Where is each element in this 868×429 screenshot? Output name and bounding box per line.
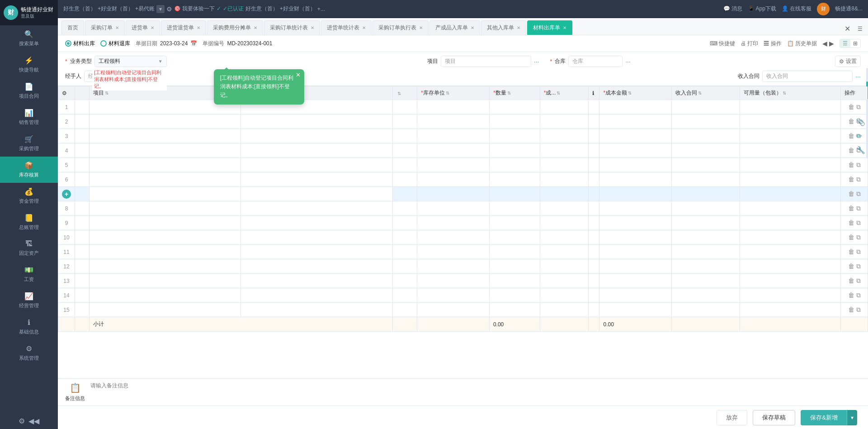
- tab-close-inbound[interactable]: ✕: [151, 25, 154, 30]
- tab-other-inbound[interactable]: 其他入库单✕: [481, 20, 526, 35]
- delete-icon[interactable]: 🗑: [848, 291, 854, 299]
- row7-project-input[interactable]: [93, 191, 237, 197]
- radio-material-outbound[interactable]: 材料出库: [65, 40, 95, 48]
- tab-inbound-return[interactable]: 进货退货单✕: [161, 20, 206, 35]
- topbar-link-haoshengyi[interactable]: 好生意（首）: [63, 5, 96, 13]
- topbar-message[interactable]: 💬 消息: [723, 5, 742, 13]
- copy-icon[interactable]: ⧉: [856, 234, 861, 241]
- topbar-link-more2[interactable]: +...: [317, 6, 325, 12]
- tab-close-purchase-exec[interactable]: ✕: [419, 25, 423, 30]
- history-btn[interactable]: 📋 历史单据: [787, 40, 817, 48]
- settings-button[interactable]: ⚙ 设置: [835, 56, 861, 67]
- sidebar-item-inventory[interactable]: 📦 库存核算: [0, 157, 58, 183]
- row7-material-input[interactable]: [245, 191, 388, 197]
- copy-icon[interactable]: ⧉: [856, 161, 861, 168]
- right-icon-2[interactable]: ✏: [856, 132, 865, 140]
- delete-icon[interactable]: 🗑: [848, 161, 854, 168]
- sidebar-item-basic[interactable]: ℹ 基础信息: [0, 314, 58, 340]
- tab-close-purchase-stat[interactable]: ✕: [311, 25, 314, 30]
- view-list[interactable]: ☰: [840, 39, 850, 48]
- tab-purchase-order[interactable]: 采购订单✕: [85, 20, 125, 35]
- notes-input[interactable]: [90, 382, 861, 389]
- date-value[interactable]: 2023-03-24: [160, 40, 188, 47]
- tab-close-purchase-order[interactable]: ✕: [115, 25, 119, 30]
- calendar-icon[interactable]: 📅: [190, 40, 197, 47]
- copy-icon[interactable]: ⧉: [856, 248, 861, 255]
- tab-inbound-stat[interactable]: 进货单统计表✕: [321, 20, 372, 35]
- sidebar-item-search[interactable]: 🔍 搜索菜单: [0, 25, 58, 52]
- sidebar-item-quick[interactable]: ⚡ 快捷导航: [0, 52, 58, 78]
- delete-icon[interactable]: 🗑: [848, 205, 854, 212]
- copy-icon[interactable]: ⧉: [856, 291, 861, 299]
- sidebar-item-sales[interactable]: 📊 销售管理: [0, 104, 58, 130]
- view-grid[interactable]: ⊞: [850, 39, 860, 48]
- topbar-settings-icon[interactable]: ⚙: [166, 5, 172, 13]
- copy-icon[interactable]: ⧉: [856, 262, 861, 270]
- delete-icon[interactable]: 🗑: [848, 306, 854, 313]
- discard-button[interactable]: 放弃: [717, 410, 747, 425]
- topbar-link-hyc2[interactable]: +好业财（首）: [280, 5, 316, 13]
- sidebar-item-ledger[interactable]: 📒 总账管理: [0, 209, 58, 235]
- copy-icon[interactable]: ⧉: [856, 306, 861, 313]
- topbar-link-yidaizhang[interactable]: +易代账: [135, 5, 155, 13]
- sidebar-item-management[interactable]: 📈 经营管理: [0, 287, 58, 314]
- delete-icon[interactable]: 🗑: [848, 277, 854, 284]
- income-contract-dots[interactable]: ···: [855, 73, 861, 80]
- copy-icon[interactable]: ⧉: [856, 190, 861, 197]
- delete-icon[interactable]: 🗑: [848, 176, 854, 183]
- print-btn[interactable]: 🖨 打印: [741, 40, 758, 48]
- col-header-settings[interactable]: ⚙: [58, 86, 75, 100]
- delete-icon[interactable]: 🗑: [848, 262, 854, 270]
- nav-next[interactable]: ▶: [829, 40, 834, 47]
- tab-material-outbound[interactable]: 材料出库单 ✕: [527, 20, 572, 35]
- add-row-btn[interactable]: +: [62, 190, 71, 199]
- tab-menu[interactable]: ☰: [856, 24, 864, 34]
- tab-purchase-exec[interactable]: 采购订单执行表✕: [373, 20, 429, 35]
- nav-prev[interactable]: ◀: [822, 40, 827, 47]
- warehouse-input[interactable]: 仓库: [568, 56, 623, 67]
- tab-close-all[interactable]: ✕: [843, 23, 852, 35]
- topbar-online-support[interactable]: 👤 在线客服: [782, 5, 811, 13]
- tab-inbound[interactable]: 进货单✕: [126, 20, 160, 35]
- copy-icon[interactable]: ⧉: [856, 205, 861, 212]
- business-type-input[interactable]: 工程领料 ▼: [94, 56, 167, 67]
- topbar-trial[interactable]: 🎯 我要体验一下: [174, 5, 215, 13]
- delete-icon[interactable]: 🗑: [848, 118, 854, 125]
- tab-close-product-inbound[interactable]: ✕: [471, 25, 474, 30]
- tab-close-other-inbound[interactable]: ✕: [517, 25, 520, 30]
- sidebar-item-purchase[interactable]: 🛒 采购管理: [0, 130, 58, 157]
- sidebar-item-project[interactable]: 📄 项目合同: [0, 78, 58, 104]
- delete-icon[interactable]: 🗑: [848, 103, 854, 110]
- topbar-link-more[interactable]: ▾: [156, 5, 165, 13]
- tooltip-close-btn[interactable]: ✕: [296, 72, 301, 78]
- tab-home[interactable]: 首页: [61, 20, 84, 35]
- user-avatar[interactable]: 财: [817, 3, 830, 15]
- delete-icon[interactable]: 🗑: [848, 147, 854, 154]
- delete-icon[interactable]: 🗑: [848, 219, 854, 226]
- project-dots[interactable]: ···: [534, 58, 539, 65]
- right-icon-3[interactable]: 🔧: [856, 146, 865, 154]
- collapse-icon[interactable]: ◀◀: [28, 417, 39, 425]
- tab-close-material-outbound[interactable]: ✕: [563, 25, 566, 30]
- settings-icon[interactable]: ⚙: [19, 417, 25, 425]
- save-new-button[interactable]: 保存&新增: [801, 410, 847, 425]
- topbar-app-download[interactable]: 📱 App下载: [748, 5, 776, 13]
- tab-product-inbound[interactable]: 产成品入库单✕: [429, 20, 480, 35]
- topbar-link-haoyecai[interactable]: +好业财（首）: [98, 5, 133, 13]
- sidebar-item-system[interactable]: ⚙ 系统管理: [0, 340, 58, 366]
- sidebar-item-salary[interactable]: 💵 工资: [0, 261, 58, 287]
- radio-material-return[interactable]: 材料退库: [100, 40, 130, 48]
- delete-icon[interactable]: 🗑: [848, 132, 854, 139]
- copy-icon[interactable]: ⧉: [856, 219, 861, 226]
- operation-btn[interactable]: ☰ 操作: [764, 40, 781, 48]
- delete-icon[interactable]: 🗑: [848, 234, 854, 241]
- tab-purchase-expense[interactable]: 采购费用分摊单✕: [207, 20, 263, 35]
- quick-key-btn[interactable]: ⌨ 快捷键: [710, 40, 735, 48]
- project-input[interactable]: 项目: [441, 56, 531, 67]
- delete-icon[interactable]: 🗑: [848, 190, 854, 197]
- sidebar-item-finance[interactable]: 💰 资金管理: [0, 183, 58, 209]
- tab-close-inbound-return[interactable]: ✕: [197, 25, 200, 30]
- tab-close-inbound-stat[interactable]: ✕: [362, 25, 366, 30]
- save-new-dropdown[interactable]: ▾: [847, 410, 857, 425]
- income-contract-input[interactable]: 收入合同: [762, 71, 853, 82]
